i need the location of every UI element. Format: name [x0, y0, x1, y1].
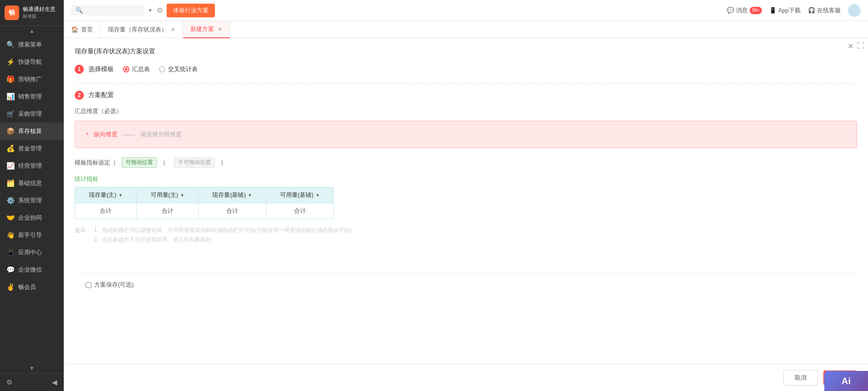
sidebar-item-label: 应用中心 [18, 248, 42, 257]
sidebar-item-marketing[interactable]: 🎁 营销推广 [0, 71, 64, 88]
radio-cross[interactable]: 交叉统计表 [159, 65, 198, 73]
sidebar-item-purchase[interactable]: 🛒 采购管理 [0, 105, 64, 123]
sidebar-item-label: 营销推广 [18, 75, 42, 83]
step2-badge: 2 [75, 91, 84, 100]
tab-new-scheme-close[interactable]: ✕ [218, 26, 222, 32]
sidebar-bottom: ⚙ ◀ [0, 373, 64, 391]
tab-inventory-status[interactable]: 现存量（库存状况表） ✕ [101, 21, 183, 38]
radio-summary[interactable]: 汇总表 [123, 65, 150, 73]
tip-1-num: 1. [94, 226, 98, 234]
sidebar-item-search[interactable]: 🔍 搜索菜单 [0, 36, 64, 53]
message-label: 消息 [736, 6, 748, 15]
sidebar-item-finance[interactable]: 💰 资金管理 [0, 140, 64, 157]
col1-label: 现存量(主) [89, 191, 117, 199]
tab-home[interactable]: 🏠 首页 [64, 21, 101, 38]
topbar-settings-icon[interactable]: ⚙ [157, 6, 163, 15]
tabs-bar: 🏠 首页 现存量（库存状况表） ✕ 新建方案 ✕ [64, 21, 868, 38]
sidebar-item-operations[interactable]: 📈 经营管理 [0, 157, 64, 175]
sidebar-item-app-center[interactable]: 📱 应用中心 [0, 244, 64, 261]
tab-inventory-status-close[interactable]: ✕ [171, 26, 175, 33]
col4-dropdown[interactable]: 可用量(基辅) ▼ [280, 191, 320, 199]
step2-section: 2 方案配置 汇总维度（必选） * 纵向维度 —— 请选择分组维度 模板指标设定… [75, 91, 857, 246]
collapse-icon[interactable]: ◀ [52, 378, 57, 386]
col3-label: 现存量(基辅) [212, 191, 246, 199]
indicator-setting-mid: ） [163, 159, 168, 167]
tips-list: 1. 拖动标题栏可以调整布局，不可跨维度或指标区域拖动栏目字段(只能在同一维度或… [94, 226, 352, 246]
topbar: 🔍 ▼ ⚙ 体验行业方案 💬 消息 99+ 📱 App下载 🎧 在线客服 [64, 0, 868, 21]
col-header-2[interactable]: 可用量(主) ▼ [137, 187, 199, 203]
indicator-setting-label: 模板指标设定（ [75, 159, 116, 167]
col-header-3[interactable]: 现存量(基辅) ▼ [199, 187, 266, 203]
sidebar-item-label: 快捷导航 [18, 58, 42, 66]
industry-button[interactable]: 体验行业方案 [167, 4, 215, 17]
col2-label: 可用量(主) [151, 191, 179, 199]
divider-1 [75, 83, 857, 83]
sidebar-item-quick-nav[interactable]: ⚡ 快捷导航 [0, 53, 64, 71]
sidebar-item-guide[interactable]: 👋 新手引导 [0, 226, 64, 244]
search-input[interactable] [86, 7, 131, 14]
sidebar-item-label: 采购管理 [18, 110, 42, 118]
save-checkbox-label: 方案保存(可选) [94, 281, 134, 289]
app-download-button[interactable]: 📱 App下载 [769, 6, 801, 15]
sidebar-item-system[interactable]: ⚙️ 系统管理 [0, 192, 64, 209]
search-icon: 🔍 [6, 41, 15, 49]
tag-draggable: 可拖动位置 [122, 157, 157, 168]
ai-button[interactable]: Ai [824, 371, 868, 391]
indicator-setting-suffix: ） [220, 159, 226, 167]
col1-dropdown[interactable]: 现存量(主) ▼ [89, 191, 123, 199]
settings-icon[interactable]: ⚙ [6, 378, 12, 386]
sidebar-item-basic[interactable]: 🗂️ 基础信息 [0, 175, 64, 192]
cancel-button[interactable]: 取消 [783, 370, 818, 386]
sidebar-item-label: 企业协同 [18, 214, 42, 222]
sidebar-item-inventory[interactable]: 📦 库存核算 [0, 123, 64, 140]
action-bar: 取消 查询 [64, 364, 868, 391]
finance-icon: 💰 [6, 144, 15, 153]
col-header-4[interactable]: 可用量(基辅) ▼ [266, 187, 334, 203]
sidebar-item-label: 基础信息 [18, 179, 42, 187]
tab-new-scheme-label: 新建方案 [190, 25, 214, 33]
message-button[interactable]: 💬 消息 99+ [727, 6, 762, 15]
tab-new-scheme[interactable]: 新建方案 ✕ [183, 21, 230, 38]
sidebar-item-label: 库存核算 [18, 127, 42, 135]
panel-close-btn[interactable]: ✕ [848, 42, 853, 51]
col2-dropdown[interactable]: 可用量(主) ▼ [151, 191, 185, 199]
sidebar-item-label: 资金管理 [18, 144, 42, 153]
message-icon: 💬 [727, 7, 734, 14]
enterprise-icon: 🤝 [6, 214, 15, 222]
panel-window-controls: ✕ ⛶ [848, 42, 864, 51]
brand-name: 畅康通好生意 [23, 6, 56, 13]
step2-header: 2 方案配置 [75, 91, 857, 100]
search-box[interactable]: 🔍 [71, 5, 144, 15]
col4-arrow: ▼ [315, 193, 320, 198]
save-checkbox[interactable]: 方案保存(可选) [86, 281, 134, 289]
radio-dot-cross [159, 66, 165, 72]
sidebar-scroll-down[interactable]: ▼ [0, 363, 64, 373]
dimension-box[interactable]: * 纵向维度 —— 请选择分组维度 [75, 121, 857, 148]
indicator-setting: 模板指标设定（ 可拖动位置 ） 不可拖动位置 ） [75, 157, 857, 168]
user-avatar[interactable] [848, 4, 861, 17]
sidebar-scroll-up[interactable]: ▲ [0, 26, 64, 36]
radio-dot-summary [123, 66, 129, 72]
step2-title: 方案配置 [88, 91, 114, 99]
search-icon: 🔍 [76, 7, 83, 14]
quick-nav-icon: ⚡ [6, 58, 15, 66]
step1-title: 选择模板 [88, 65, 114, 73]
save-checkbox-input[interactable] [86, 282, 92, 288]
sidebar-item-member[interactable]: ✌️ 畅会员 [0, 278, 64, 296]
main-content: 🔍 ▼ ⚙ 体验行业方案 💬 消息 99+ 📱 App下载 🎧 在线客服 [64, 0, 868, 391]
col-header-1[interactable]: 现存量(主) ▼ [75, 187, 137, 203]
topbar-dropdown-arrow[interactable]: ▼ [148, 7, 153, 14]
sidebar-item-sales[interactable]: 📊 销售管理 [0, 88, 64, 105]
topbar-right: 💬 消息 99+ 📱 App下载 🎧 在线客服 [727, 4, 861, 17]
col3-dropdown[interactable]: 现存量(基辅) ▼ [212, 191, 252, 199]
online-service-button[interactable]: 🎧 在线客服 [808, 6, 841, 15]
sidebar-item-enterprise[interactable]: 🤝 企业协同 [0, 209, 64, 226]
col2-arrow: ▼ [180, 193, 184, 198]
basic-icon: 🗂️ [6, 179, 15, 187]
sidebar-nav: 🔍 搜索菜单 ⚡ 快捷导航 🎁 营销推广 📊 销售管理 🛒 采购管理 📦 库存核… [0, 36, 64, 363]
panel-expand-btn[interactable]: ⛶ [857, 42, 864, 51]
inventory-icon: 📦 [6, 127, 15, 135]
operations-icon: 📈 [6, 162, 15, 170]
stats-table: 现存量(主) ▼ 可用量(主) ▼ [75, 187, 334, 219]
sidebar-item-wechat[interactable]: 💬 企业微信 [0, 261, 64, 278]
